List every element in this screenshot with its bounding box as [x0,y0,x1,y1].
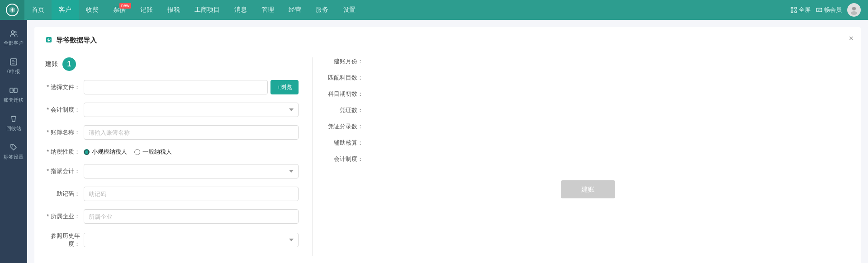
tax-small-radio[interactable] [84,149,90,155]
tax-small-option[interactable]: 小规模纳税人 [84,148,127,156]
tax-type-row: * 纳税性质： 小规模纳税人 一般纳税人 [45,148,299,156]
voucher-label: 凭证数： [326,106,367,114]
user-avatar[interactable] [847,3,861,17]
ledger-name-input[interactable] [84,125,299,140]
nav-item-business[interactable]: 工商项目 [187,0,227,20]
svg-point-13 [12,146,13,146]
accounting-system-row: * 会计制度： [45,103,299,117]
nav-menu: 首页 客户 收费 票据 new 记账 报税 工商项目 消息 管理 经营 服务 设… [24,0,791,20]
nav-item-customers[interactable]: 客户 [52,0,79,20]
tax-general-option[interactable]: 一般纳税人 [134,148,172,156]
accountant-row: * 指派会计： [45,164,299,178]
history-year-control [84,233,299,247]
import-icon [45,36,52,45]
svg-point-8 [11,31,14,33]
tax-radio-group: 小规模纳税人 一般纳税人 [84,148,299,156]
left-sidebar: 全部客户 0申报 账套迁移 回收站 [0,20,27,263]
tax-type-label: * 纳税性质： [45,148,84,156]
subject-init-label: 科目期初数： [326,90,367,98]
file-input-group: +浏览 [84,80,299,94]
ledger-name-row: * 账簿名称： [45,125,299,140]
step-number: 1 [62,57,76,71]
svg-rect-4 [795,11,797,13]
tax-type-control: 小规模纳税人 一般纳税人 [84,148,299,156]
create-account-button[interactable]: 建账 [561,180,615,198]
nav-item-fees[interactable]: 收费 [79,0,106,20]
main-layout: 全部客户 0申报 账套迁移 回收站 [0,20,868,263]
history-year-select[interactable] [84,233,299,247]
nav-item-messages[interactable]: 消息 [227,0,254,20]
browse-button[interactable]: +浏览 [270,80,299,94]
file-input[interactable] [84,80,268,94]
tax-general-radio[interactable] [134,149,140,155]
nav-item-invoices[interactable]: 票据 new [106,0,133,20]
close-button[interactable]: × [849,34,854,42]
company-row: * 所属企业： [45,209,299,224]
accounting-system-select[interactable] [84,103,299,117]
nav-item-settings[interactable]: 设置 [336,0,363,20]
file-select-row: * 选择文件： +浏览 [45,80,299,94]
svg-point-9 [14,31,16,33]
nav-item-operation[interactable]: 经营 [281,0,308,20]
aux-calc-label: 辅助核算： [326,139,367,147]
svg-rect-1 [791,7,793,9]
top-navigation: 首页 客户 收费 票据 new 记账 报税 工商项目 消息 管理 经营 服务 设… [0,0,868,20]
page-title: 导爷数据导入 [56,36,97,45]
sidebar-item-all-customers[interactable]: 全部客户 [0,24,27,51]
form-left: 建账 1 * 选择文件： +浏览 [45,57,299,256]
accountant-label: * 指派会计： [45,167,84,175]
match-subject-label: 匹配科目数： [326,74,367,82]
accountant-control [84,164,299,178]
page-card: 导爷数据导入 × 建账 1 * 选择文件： [34,27,861,263]
company-label: * 所属企业： [45,212,84,221]
voucher-row: 凭证数： [326,106,850,114]
svg-point-6 [852,7,856,10]
sidebar-item-tag-settings[interactable]: 标签设置 [0,138,27,165]
svg-rect-2 [795,7,797,9]
page-header: 导爷数据导入 [45,36,850,45]
ledger-name-control [84,125,299,140]
memo-code-input[interactable] [84,187,299,201]
file-control: +浏览 [84,80,299,94]
ledger-name-label: * 账簿名称： [45,128,84,136]
info-accounting-system-label: 会计制度： [326,155,367,163]
memo-code-label: 助记码： [45,190,84,198]
member-button[interactable]: 畅会员 [816,6,842,14]
sidebar-item-recycle[interactable]: 回收站 [0,110,27,136]
memo-code-control [84,187,299,201]
nav-item-tax[interactable]: 报税 [160,0,187,20]
file-label: * 选择文件： [45,83,84,91]
aux-calc-row: 辅助核算： [326,139,850,147]
history-year-row: 参照历史年度： [45,232,299,248]
sidebar-item-zero-report[interactable]: 0申报 [0,53,27,80]
voucher-entries-label: 凭证分录数： [326,122,367,131]
company-input[interactable] [84,209,299,224]
step-indicator: 建账 1 [45,57,76,71]
nav-item-service[interactable]: 服务 [308,0,336,20]
form-right: 建账月份： 匹配科目数： 科目期初数： 凭证数： [326,57,850,256]
app-logo[interactable] [0,0,24,20]
accounting-system-label: * 会计制度： [45,106,84,114]
nav-item-management[interactable]: 管理 [254,0,281,20]
create-month-row: 建账月份： [326,57,850,66]
sidebar-item-account-migrate[interactable]: 账套迁移 [0,81,27,108]
svg-rect-3 [791,11,793,13]
history-year-label: 参照历史年度： [45,232,84,248]
fullscreen-button[interactable]: 全屏 [791,6,811,14]
voucher-entries-row: 凭证分录数： [326,122,850,131]
nav-item-bookkeeping[interactable]: 记账 [133,0,160,20]
form-divider [312,57,313,256]
svg-rect-12 [14,88,17,93]
memo-code-row: 助记码： [45,187,299,201]
accounting-system-control [84,103,299,117]
form-area: 建账 1 * 选择文件： +浏览 [45,57,850,256]
create-month-label: 建账月份： [326,57,367,66]
svg-rect-11 [10,88,13,93]
match-subject-row: 匹配科目数： [326,74,850,82]
nav-item-home[interactable]: 首页 [24,0,52,20]
svg-point-7 [851,11,857,15]
accountant-select[interactable] [84,164,299,178]
step-label: 建账 [45,60,58,68]
main-content: 导爷数据导入 × 建账 1 * 选择文件： [27,20,868,263]
info-accounting-system-row: 会计制度： [326,155,850,163]
